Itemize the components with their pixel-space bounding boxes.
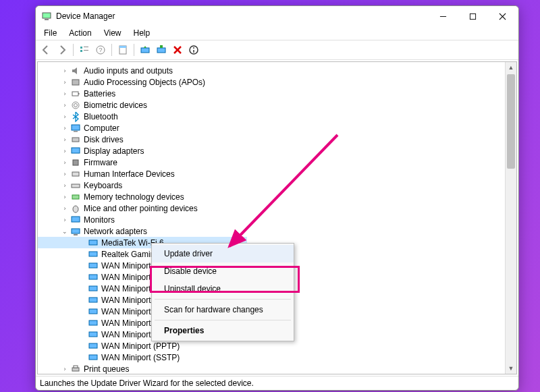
svg-point-24 — [72, 102, 79, 109]
fingerprint-icon — [70, 100, 81, 111]
tree-node-mice[interactable]: › Mice and other pointing devices — [38, 202, 505, 214]
vertical-scrollbar[interactable]: ▲ ▼ — [505, 62, 516, 374]
tree-label: Monitors — [84, 215, 115, 225]
scroll-down-icon[interactable]: ▼ — [506, 363, 516, 374]
context-scan-hardware[interactable]: Scan for hardware changes — [152, 301, 294, 318]
network-adapter-icon — [88, 352, 99, 363]
tree-node-memtech[interactable]: › Memory technology devices — [38, 191, 505, 202]
chevron-down-icon[interactable]: ⌄ — [61, 228, 69, 235]
separator — [134, 44, 134, 56]
scan-hardware-icon[interactable] — [154, 43, 169, 57]
chevron-right-icon[interactable]: › — [61, 194, 69, 200]
chevron-right-icon[interactable]: › — [61, 148, 69, 155]
menu-view[interactable]: View — [99, 27, 127, 39]
network-adapter-icon — [88, 295, 99, 306]
network-adapter-icon — [88, 341, 99, 352]
tree-label: Audio Processing Objects (APOs) — [84, 78, 205, 87]
tree-node-firmware[interactable]: › Firmware — [38, 157, 505, 168]
maximize-button[interactable] — [458, 6, 487, 26]
chevron-right-icon[interactable]: › — [61, 159, 69, 166]
chevron-right-icon[interactable]: › — [61, 366, 69, 372]
scroll-up-icon[interactable]: ▲ — [506, 62, 516, 73]
scrollbar-thumb[interactable] — [507, 74, 515, 169]
chevron-right-icon[interactable]: › — [61, 113, 69, 120]
chevron-right-icon[interactable]: › — [61, 182, 69, 189]
hid-icon — [70, 169, 81, 179]
network-adapter-icon — [88, 318, 99, 329]
svg-rect-40 — [89, 263, 97, 268]
chevron-right-icon[interactable]: › — [61, 136, 69, 143]
tree-node-display[interactable]: › Display adapters — [38, 145, 505, 157]
toolbar: ? — [36, 40, 518, 60]
svg-rect-8 — [80, 50, 82, 52]
tree-node-hid[interactable]: › Human Interface Devices — [38, 168, 505, 179]
tree-node-wan-pptp[interactable]: WAN Miniport (PPTP) — [38, 340, 505, 352]
status-bar: Launches the Update Driver Wizard for th… — [36, 376, 518, 390]
chevron-right-icon[interactable]: › — [61, 90, 69, 97]
tree-node-batteries[interactable]: › Batteries — [38, 88, 505, 99]
menu-help[interactable]: Help — [128, 27, 156, 39]
svg-rect-23 — [78, 93, 80, 94]
context-properties[interactable]: Properties — [152, 322, 294, 339]
tree-node-wan-sstp[interactable]: WAN Miniport (SSTP) — [38, 352, 505, 363]
back-button[interactable] — [38, 43, 53, 57]
tree-node-keyboards[interactable]: › Keyboards — [38, 179, 505, 191]
context-uninstall-device[interactable]: Uninstall device — [152, 280, 294, 298]
context-menu: Update driver Disable device Uninstall d… — [151, 243, 294, 341]
monitor-icon — [70, 215, 81, 225]
tree-node-network[interactable]: ⌄ Network adapters — [38, 225, 505, 237]
chevron-right-icon[interactable]: › — [61, 171, 69, 177]
tree-label: Audio inputs and outputs — [84, 66, 173, 76]
window-title: Device Manager — [56, 11, 428, 21]
svg-rect-0 — [43, 13, 51, 18]
tree-node-disk[interactable]: › Disk drives — [38, 134, 505, 145]
tree-node-computer[interactable]: › Computer — [38, 122, 505, 134]
chevron-right-icon[interactable]: › — [61, 217, 69, 223]
tree-node-bluetooth[interactable]: › Bluetooth — [38, 111, 505, 122]
tree-label: Network adapters — [84, 227, 147, 236]
chevron-right-icon[interactable]: › — [61, 67, 69, 74]
chip-icon — [70, 157, 81, 168]
close-button[interactable] — [487, 6, 517, 26]
chevron-right-icon[interactable]: › — [61, 79, 69, 86]
tree-node-biometric[interactable]: › Biometric devices — [38, 99, 505, 111]
menu-file[interactable]: File — [38, 27, 62, 39]
disable-device-icon[interactable] — [186, 43, 201, 57]
forward-button[interactable] — [55, 43, 70, 57]
properties-icon[interactable] — [115, 43, 130, 57]
svg-rect-41 — [89, 275, 97, 279]
svg-rect-22 — [72, 92, 78, 96]
computer-icon — [70, 123, 81, 134]
display-icon — [70, 146, 81, 157]
update-driver-icon[interactable] — [138, 43, 153, 57]
chevron-right-icon[interactable]: › — [61, 125, 69, 132]
context-disable-device[interactable]: Disable device — [152, 262, 294, 280]
tree-label: Computer — [84, 123, 119, 133]
tree-node-monitors[interactable]: › Monitors — [38, 214, 505, 225]
svg-rect-46 — [89, 332, 97, 337]
tree-node-printqueues[interactable]: › Print queues — [38, 363, 505, 374]
svg-rect-28 — [72, 138, 79, 142]
chevron-right-icon[interactable]: › — [61, 205, 69, 212]
svg-rect-13 — [119, 46, 126, 48]
separator — [73, 44, 74, 56]
network-adapter-icon — [88, 306, 99, 317]
svg-rect-29 — [72, 148, 80, 153]
tree-node-audio-io[interactable]: › Audio inputs and outputs — [38, 65, 505, 76]
minimize-button[interactable] — [428, 6, 458, 26]
tree-label: Firmware — [84, 158, 117, 167]
tree-node-audio-proc[interactable]: › Audio Processing Objects (APOs) — [38, 76, 505, 88]
svg-rect-31 — [72, 172, 79, 176]
network-adapter-icon — [88, 272, 99, 283]
uninstall-device-icon[interactable] — [170, 43, 185, 57]
help-icon[interactable]: ? — [93, 43, 108, 57]
keyboard-icon — [70, 180, 81, 191]
chevron-right-icon[interactable]: › — [61, 102, 69, 109]
mouse-icon — [70, 203, 81, 214]
context-update-driver[interactable]: Update driver — [152, 245, 294, 262]
svg-rect-16 — [160, 45, 163, 48]
svg-rect-45 — [89, 320, 97, 325]
menu-action[interactable]: Action — [63, 27, 97, 39]
details-icon[interactable] — [77, 43, 92, 57]
svg-rect-27 — [74, 131, 78, 132]
